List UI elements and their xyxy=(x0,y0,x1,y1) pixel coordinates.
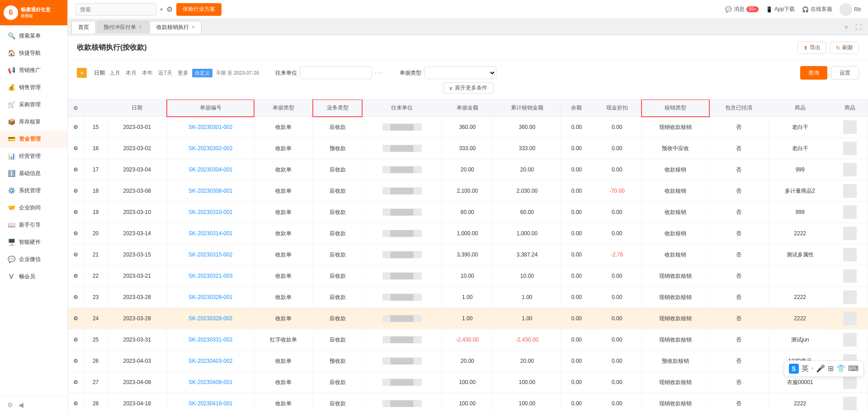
dropdown-icon[interactable]: ▾ xyxy=(160,6,163,13)
order-no-link[interactable]: SK-20230328-001 xyxy=(189,294,232,300)
online-service-item[interactable]: 🎧 在线客服 xyxy=(802,5,832,13)
cell-amount: -2,430.00 xyxy=(442,329,493,351)
settings-icon[interactable]: ⚙ xyxy=(7,401,13,408)
export-icon: ⬆ xyxy=(803,45,808,51)
sidebar-item-sales[interactable]: 💰销售管理 xyxy=(0,79,67,96)
collapse-icon[interactable]: ◀ xyxy=(19,401,24,408)
cell-amount: 1.00 xyxy=(442,308,493,329)
close-all-button[interactable]: × xyxy=(842,23,851,32)
order-no-link[interactable]: SK-20230310-001 xyxy=(189,209,232,215)
order-no-link[interactable]: SK-20230315-002 xyxy=(189,252,232,258)
messages-label: 消息 xyxy=(734,5,745,13)
filter-order-type-select[interactable] xyxy=(424,66,496,79)
order-no-link[interactable]: SK-20230301-002 xyxy=(189,124,232,130)
sidebar-item-purchase[interactable]: 🛒采购管理 xyxy=(0,96,67,113)
cell-settings[interactable]: ⚙ xyxy=(68,351,84,372)
cell-settings[interactable]: ⚙ xyxy=(68,138,84,159)
sidebar-item-inventory[interactable]: 📦库存核算 xyxy=(0,113,67,130)
cell-date: 2023-04-08 xyxy=(107,372,167,393)
sidebar-label-search: 搜索菜单 xyxy=(19,32,41,40)
order-no-link[interactable]: SK-20230331-002 xyxy=(189,337,232,343)
app-download-item[interactable]: 📱 App下载 xyxy=(766,5,795,13)
cell-settings[interactable]: ⚙ xyxy=(68,159,84,180)
sidebar-item-corp[interactable]: 🤝企业协同 xyxy=(0,199,67,216)
wm-shirt-icon[interactable]: 👕 xyxy=(836,364,845,374)
expand-more-button[interactable]: ∨ 展开更多条件 xyxy=(443,82,493,94)
cell-product xyxy=(768,266,832,287)
sidebar-label-purchase: 采购管理 xyxy=(19,101,41,109)
sidebar-item-search[interactable]: 🔍搜索菜单 xyxy=(0,27,67,44)
filter-date-more[interactable]: 更多 xyxy=(176,68,190,78)
gear-icon[interactable]: ⚙ xyxy=(166,5,173,14)
order-no-link[interactable]: SK-20230408-001 xyxy=(189,379,232,385)
cell-settings[interactable]: ⚙ xyxy=(68,372,84,393)
order-no-link[interactable]: SK-20230403-002 xyxy=(189,358,232,364)
user-item[interactable]: Rit xyxy=(840,3,861,16)
sidebar-item-basic[interactable]: ℹ️基础信息 xyxy=(0,165,67,182)
expand-button[interactable]: ⛶ xyxy=(853,23,864,32)
cell-settings[interactable]: ⚙ xyxy=(68,266,84,287)
filter-date-this-month[interactable]: 本月 xyxy=(124,68,138,78)
wm-grid-icon[interactable]: ⊞ xyxy=(828,364,834,374)
wm-english-icon[interactable]: 英 xyxy=(802,364,809,374)
wm-mic-icon[interactable]: 🎤 xyxy=(816,364,825,374)
logo-text: 畅康通好生意 xyxy=(21,6,51,13)
cell-settings[interactable]: ⚙ xyxy=(68,308,84,329)
cell-amount: 100.00 xyxy=(442,393,493,413)
filter-date-this-year[interactable]: 本年 xyxy=(140,68,155,78)
th-product: 商品 xyxy=(768,100,832,117)
order-no-link[interactable]: SK-20230302-002 xyxy=(189,145,232,152)
cell-settings[interactable]: ⚙ xyxy=(68,117,84,138)
sidebar-item-wechat[interactable]: 💬企业微信 xyxy=(0,251,67,268)
setting-button[interactable]: 设置 xyxy=(831,66,859,80)
sidebar-item-member[interactable]: V畅会员 xyxy=(0,268,67,285)
tab-home[interactable]: 首页 xyxy=(71,21,96,33)
order-no-link[interactable]: SK-20230418-001 xyxy=(189,400,232,407)
cell-seq: 24 xyxy=(84,308,107,329)
sidebar-item-system[interactable]: ⚙️系统管理 xyxy=(0,182,67,199)
cell-settings[interactable]: ⚙ xyxy=(68,244,84,266)
messages-item[interactable]: 💬 消息 99+ xyxy=(725,5,759,13)
order-no-link[interactable]: SK-20230328-002 xyxy=(189,315,232,322)
solution-button[interactable]: 体验行业方案 xyxy=(176,3,222,16)
query-button[interactable]: 查询 xyxy=(800,66,827,80)
order-no-link[interactable]: SK-20230314-001 xyxy=(189,230,232,237)
sidebar-item-marketing[interactable]: 📢营销推广 xyxy=(0,62,67,79)
wm-keyboard-icon[interactable]: ⌨ xyxy=(848,364,859,374)
tab-collection-close[interactable]: × xyxy=(192,24,195,30)
order-no-link[interactable]: SK-20230308-001 xyxy=(189,188,232,194)
sidebar-item-hardware[interactable]: 🖥️智能硬件 xyxy=(0,233,67,251)
filter-date-custom-button[interactable]: 自定义 xyxy=(192,69,212,77)
filter-date-7days[interactable]: 近7天 xyxy=(156,68,174,78)
cell-settings[interactable]: ⚙ xyxy=(68,287,84,308)
sidebar-item-operations[interactable]: 📊经营管理 xyxy=(0,147,67,165)
th-settings[interactable]: ⚙ xyxy=(68,100,84,117)
cell-seq: 22 xyxy=(84,266,107,287)
sidebar-item-guide[interactable]: 📖新手引导 xyxy=(0,216,67,233)
sidebar-item-finance[interactable]: 💳资金管理 xyxy=(0,130,67,147)
cell-settings[interactable]: ⚙ xyxy=(68,393,84,413)
cell-settings[interactable]: ⚙ xyxy=(68,202,84,223)
refresh-icon: ↻ xyxy=(836,45,840,51)
sidebar-item-shortcut[interactable]: 🏠快捷导航 xyxy=(0,44,67,62)
cell-include-settled: 否 xyxy=(709,393,768,413)
cell-settings[interactable]: ⚙ xyxy=(68,329,84,351)
cell-order-type: 收款单 xyxy=(254,223,313,244)
filter-date-prev-month[interactable]: 上月 xyxy=(108,68,122,78)
cell-settings[interactable]: ⚙ xyxy=(68,180,84,202)
cell-include-settled: 否 xyxy=(709,308,768,329)
refresh-button[interactable]: ↻ 刷新 xyxy=(830,42,859,54)
filter-expand-button[interactable]: » xyxy=(77,68,87,78)
cell-amount: 333.00 xyxy=(442,138,493,159)
tab-prepay-close[interactable]: × xyxy=(139,24,142,30)
order-no-link[interactable]: SK-20230321-003 xyxy=(189,273,232,279)
cell-settings[interactable]: ⚙ xyxy=(68,223,84,244)
cell-order-type: 收款单 xyxy=(254,393,313,413)
export-button[interactable]: ⬆ 导出 xyxy=(797,42,826,54)
tab-collection[interactable]: 收款核销执行 × xyxy=(150,21,202,33)
tab-prepay[interactable]: 预付冲应付单 × xyxy=(97,21,149,33)
cell-verified: 100.00 xyxy=(493,393,561,413)
search-input[interactable] xyxy=(75,3,156,16)
order-no-link[interactable]: SK-20230304-001 xyxy=(189,166,232,173)
filter-partner-input[interactable] xyxy=(300,66,372,79)
